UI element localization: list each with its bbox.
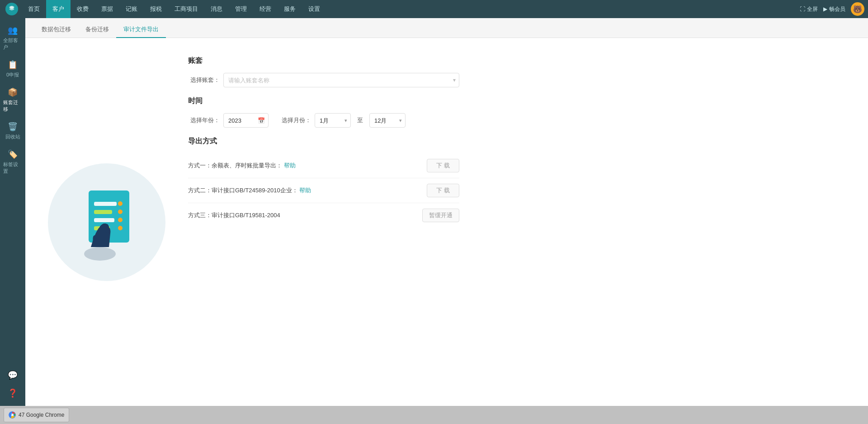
- nav-settings[interactable]: 设置: [302, 0, 326, 18]
- vip-icon: ▶: [823, 6, 827, 12]
- sidebar-item-zero-declaration[interactable]: 📋 0申报: [1, 56, 24, 82]
- page-content: 账套 选择账套： ▾ 时间 选择年份： 📅: [25, 38, 868, 406]
- account-set-row: 选择账套： ▾: [188, 73, 459, 87]
- month-to-wrap: 1月 2月 3月 4月 5月 6月 7月 8月 9月 10月 11月: [369, 113, 406, 128]
- sidebar-item-all-clients[interactable]: 👥 全部客户: [1, 22, 24, 54]
- sidebar-item-recycle[interactable]: 🗑️ 回收站: [1, 118, 24, 144]
- taskbar-label: 47 Google Chrome: [19, 412, 64, 418]
- year-input-wrap: 📅: [223, 113, 269, 128]
- export-methods-section: 导出方式 方式一：余额表、序时账批量导出： 帮助 下 载 方式二：审计接口GB/…: [188, 137, 459, 228]
- separator-text: 至: [354, 116, 366, 124]
- year-input[interactable]: [223, 113, 269, 128]
- account-set-input[interactable]: [223, 73, 459, 87]
- nav-operation[interactable]: 经营: [253, 0, 278, 18]
- export-method-3-label: 方式三：审计接口GB/T19581-2004: [188, 211, 422, 219]
- taskbar-chrome-item[interactable]: 47 Google Chrome: [4, 408, 69, 422]
- export-method-2-label: 方式二：审计接口GB/T24589-2010企业： 帮助: [188, 186, 427, 195]
- export-methods-title: 导出方式: [188, 137, 459, 146]
- vip-button[interactable]: ▶ 畅会员: [823, 5, 845, 13]
- tabs-bar: 数据包迁移 备份迁移 审计文件导出: [25, 18, 868, 38]
- form-side: 账套 选择账套： ▾ 时间 选择年份： 📅: [188, 52, 459, 392]
- nav-client[interactable]: 客户: [46, 0, 71, 18]
- month-to-select[interactable]: 1月 2月 3月 4月 5月 6月 7月 8月 9月 10月 11月: [369, 113, 406, 128]
- export-method-2-download-button[interactable]: 下 载: [427, 184, 459, 197]
- time-row: 选择年份： 📅 选择月份： 1月 2月 3月 4月: [188, 113, 459, 128]
- fullscreen-icon: ⛶: [800, 6, 805, 12]
- account-set-title: 账套: [188, 56, 459, 66]
- account-migration-icon: 📦: [8, 87, 18, 97]
- nav-service[interactable]: 服务: [278, 0, 302, 18]
- month-from-wrap: 1月 2月 3月 4月 5月 6月 7月 8月 9月 10月 11月: [315, 113, 351, 128]
- time-section: 时间 选择年份： 📅 选择月份： 1月 2月 3月: [188, 96, 459, 128]
- nav-manage[interactable]: 管理: [229, 0, 253, 18]
- account-set-input-wrap: ▾: [223, 73, 459, 87]
- svg-point-8: [118, 218, 123, 222]
- fullscreen-button[interactable]: ⛶ 全屏: [800, 5, 818, 13]
- tab-backup-migration[interactable]: 备份迁移: [78, 22, 116, 38]
- account-set-label: 选择账套：: [188, 76, 220, 84]
- avatar[interactable]: 🐻: [851, 2, 864, 16]
- taskbar: 47 Google Chrome: [0, 406, 868, 424]
- svg-rect-2: [94, 202, 117, 206]
- export-method-1-download-button[interactable]: 下 载: [427, 159, 459, 172]
- export-method-3: 方式三：审计接口GB/T19581-2004 暂缓开通: [188, 203, 459, 228]
- nav-business[interactable]: 工商项目: [168, 0, 204, 18]
- export-method-3-open-button[interactable]: 暂缓开通: [422, 209, 459, 222]
- svg-point-7: [118, 210, 123, 214]
- audit-illustration: [66, 177, 147, 267]
- svg-point-6: [118, 201, 123, 206]
- sidebar-help-icon[interactable]: ❓: [5, 386, 20, 400]
- app-logo[interactable]: [4, 1, 20, 17]
- export-method-2: 方式二：审计接口GB/T24589-2010企业： 帮助 下 载: [188, 178, 459, 203]
- content-area: 数据包迁移 备份迁移 审计文件导出: [25, 18, 868, 406]
- svg-point-9: [118, 226, 123, 230]
- sidebar-bottom: 💬 ❓: [5, 368, 20, 406]
- export-method-1-label: 方式一：余额表、序时账批量导出： 帮助: [188, 162, 427, 170]
- year-label: 选择年份：: [188, 116, 220, 124]
- chrome-icon: [9, 411, 16, 419]
- top-nav-right: ⛶ 全屏 ▶ 畅会员 🐻: [800, 2, 864, 16]
- time-title: 时间: [188, 96, 459, 106]
- nav-billing[interactable]: 收费: [71, 0, 95, 18]
- sidebar-item-tag-settings[interactable]: 🏷️ 标签设置: [1, 146, 24, 178]
- tab-audit-export[interactable]: 审计文件导出: [116, 22, 166, 38]
- export-method-1-help-link[interactable]: 帮助: [284, 162, 296, 169]
- illustration-side: [43, 52, 170, 392]
- tag-settings-icon: 🏷️: [8, 149, 18, 159]
- sidebar-item-account-migration[interactable]: 📦 账套迁移: [1, 84, 24, 116]
- nav-invoice[interactable]: 票据: [95, 0, 119, 18]
- svg-rect-4: [94, 218, 114, 222]
- tab-data-package-migration[interactable]: 数据包迁移: [34, 22, 78, 38]
- all-clients-icon: 👥: [8, 25, 18, 35]
- svg-point-10: [84, 247, 116, 261]
- svg-rect-3: [94, 210, 112, 214]
- main-layout: 👥 全部客户 📋 0申报 📦 账套迁移 🗑️ 回收站 🏷️ 标签设置 💬 ❓ 数…: [0, 18, 868, 406]
- zero-declaration-icon: 📋: [8, 60, 18, 70]
- illustration-circle: [48, 163, 165, 281]
- nav-home[interactable]: 首页: [22, 0, 46, 18]
- export-method-2-help-link[interactable]: 帮助: [299, 187, 311, 194]
- left-sidebar: 👥 全部客户 📋 0申报 📦 账套迁移 🗑️ 回收站 🏷️ 标签设置 💬 ❓: [0, 18, 25, 406]
- nav-tax[interactable]: 报税: [144, 0, 168, 18]
- nav-items: 首页 客户 收费 票据 记账 报税 工商项目 消息 管理 经营 服务 设置: [22, 0, 800, 18]
- top-navigation: 首页 客户 收费 票据 记账 报税 工商项目 消息 管理 经营 服务 设置 ⛶ …: [0, 0, 868, 18]
- month-label: 选择月份：: [279, 116, 311, 124]
- sidebar-message-icon[interactable]: 💬: [5, 368, 20, 382]
- nav-message[interactable]: 消息: [204, 0, 229, 18]
- month-from-select[interactable]: 1月 2月 3月 4月 5月 6月 7月 8月 9月 10月 11月: [315, 113, 351, 128]
- nav-bookkeeping[interactable]: 记账: [119, 0, 144, 18]
- export-method-1: 方式一：余额表、序时账批量导出： 帮助 下 载: [188, 153, 459, 178]
- recycle-icon: 🗑️: [8, 122, 18, 132]
